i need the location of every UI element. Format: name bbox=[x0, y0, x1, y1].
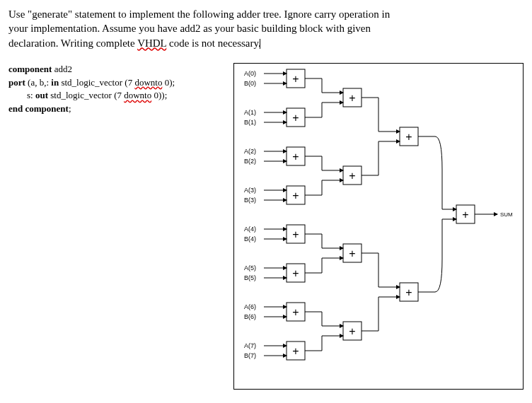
svg-text:B(1): B(1) bbox=[244, 119, 256, 126]
code-l2a: (a, b,: bbox=[25, 77, 51, 88]
svg-text:B(6): B(6) bbox=[244, 313, 256, 320]
svg-text:A(2): A(2) bbox=[244, 148, 256, 155]
svg-text:+: + bbox=[292, 228, 299, 240]
svg-text:+: + bbox=[292, 111, 299, 123]
svg-text:B(4): B(4) bbox=[244, 235, 256, 243]
svg-text:+: + bbox=[292, 189, 299, 201]
code-l3b: std_logic_vector (7 bbox=[48, 90, 124, 100]
svg-text:+: + bbox=[292, 305, 299, 317]
vhdl-word: VHDL bbox=[137, 37, 166, 49]
kw-port: port bbox=[8, 77, 25, 88]
svg-text:A(1): A(1) bbox=[244, 109, 256, 116]
svg-text:A(3): A(3) bbox=[244, 187, 256, 194]
svg-text:A(7): A(7) bbox=[244, 342, 256, 349]
level3-adders: + + bbox=[362, 98, 418, 331]
kw-in: in bbox=[51, 77, 59, 88]
svg-text:A(4): A(4) bbox=[244, 226, 256, 233]
svg-text:+: + bbox=[405, 130, 412, 142]
question-line1: Use "generate" statement to implement th… bbox=[8, 8, 390, 20]
svg-text:B(5): B(5) bbox=[244, 274, 256, 281]
svg-text:+: + bbox=[349, 325, 355, 337]
kw-out: out bbox=[35, 90, 48, 100]
svg-text:A(0): A(0) bbox=[244, 70, 256, 77]
level1-adders: + A(0) B(0) + A(1) B(1) + bbox=[244, 69, 305, 360]
code-add2: add2 bbox=[52, 64, 72, 74]
code-line-4: end component; bbox=[8, 103, 221, 116]
kw-end-component: end component bbox=[8, 103, 69, 114]
code-l2c: 0); bbox=[162, 77, 175, 88]
svg-text:A(6): A(6) bbox=[244, 303, 256, 310]
code-semi: ; bbox=[69, 103, 71, 114]
svg-text:B(3): B(3) bbox=[244, 197, 256, 204]
kw-component: component bbox=[8, 64, 52, 74]
level4-adder: + SUM bbox=[418, 136, 513, 292]
question-line3c: code is not necessary. bbox=[166, 37, 261, 49]
code-line-3: s: out std_logic_vector (7 downto 0)); bbox=[8, 89, 221, 103]
text-cursor bbox=[260, 39, 260, 49]
svg-text:+: + bbox=[462, 208, 468, 220]
code-l2b: std_logic_vector (7 bbox=[59, 77, 134, 88]
code-line-1: component add2 bbox=[8, 63, 221, 76]
svg-text:+: + bbox=[292, 72, 299, 84]
svg-text:B(0): B(0) bbox=[244, 80, 256, 87]
question-line2: your implementation. Assume you have add… bbox=[8, 23, 371, 34]
code-line-2: port (a, b,: in std_logic_vector (7 down… bbox=[8, 76, 221, 90]
question-line3a: declaration. Writing complete bbox=[8, 37, 137, 49]
svg-text:SUM: SUM bbox=[500, 211, 513, 218]
code-l3a: s: bbox=[8, 90, 35, 100]
svg-text:+: + bbox=[292, 267, 299, 279]
svg-text:+: + bbox=[292, 344, 299, 356]
svg-text:+: + bbox=[349, 91, 355, 103]
adder-tree-diagram: + A(0) B(0) + A(1) B(1) + bbox=[233, 63, 524, 390]
downto-1: downto bbox=[134, 77, 162, 88]
svg-text:B(2): B(2) bbox=[244, 158, 256, 165]
svg-text:+: + bbox=[349, 169, 355, 181]
code-l3c: 0)); bbox=[151, 90, 167, 100]
downto-2: downto bbox=[124, 90, 151, 100]
svg-text:+: + bbox=[292, 150, 299, 162]
question-text: Use "generate" statement to implement th… bbox=[8, 7, 524, 50]
svg-text:+: + bbox=[405, 286, 412, 298]
code-block: component add2 port (a, b,: in std_logic… bbox=[8, 63, 221, 390]
level2-adders: + + + + bbox=[305, 78, 362, 351]
svg-text:A(5): A(5) bbox=[244, 264, 256, 271]
svg-text:+: + bbox=[349, 247, 355, 259]
svg-text:B(7): B(7) bbox=[244, 352, 256, 359]
